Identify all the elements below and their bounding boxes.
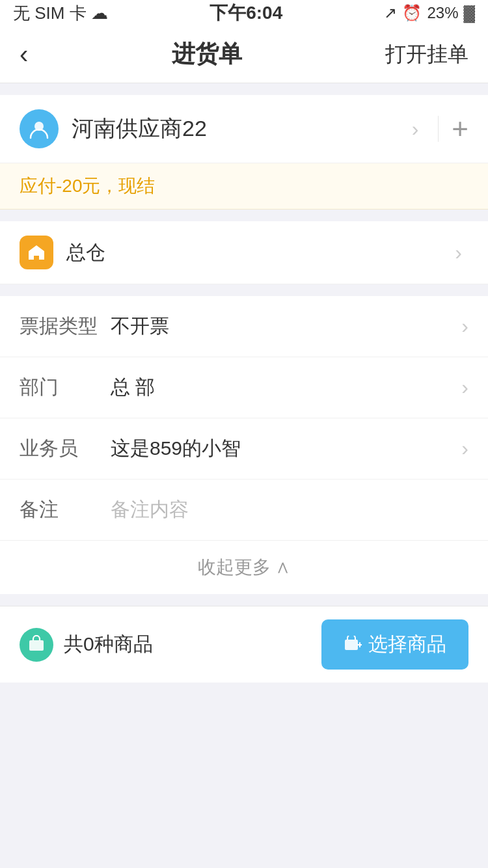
add-supplier-button[interactable]: + <box>452 115 468 143</box>
department-chevron-icon: › <box>461 375 468 400</box>
form-card: 票据类型 不开票 › 部门 总 部 › 业务员 这是859的小智 › 备注 备注… <box>0 296 488 594</box>
status-left: 无 SIM 卡 ☁ <box>13 2 108 25</box>
ticket-type-chevron-icon: › <box>461 314 468 338</box>
warehouse-icon-bg <box>20 236 53 269</box>
product-count-label: 共0种商品 <box>64 631 153 658</box>
salesperson-value: 这是859的小智 <box>111 435 461 462</box>
supplier-avatar <box>20 109 59 148</box>
select-goods-button[interactable]: 选择商品 <box>321 619 468 670</box>
collapse-label: 收起更多 ∧ <box>198 555 291 580</box>
status-right: ↗ ⏰ 23% ▓ <box>384 4 475 22</box>
remark-placeholder[interactable]: 备注内容 <box>111 496 468 523</box>
page-title: 进货单 <box>172 38 242 70</box>
svg-rect-1 <box>29 640 44 651</box>
no-sim-label: 无 SIM 卡 ☁ <box>13 2 108 25</box>
main-content: 河南供应商22 › + 应付-20元，现结 总仓 › 票据类型 不开票 › <box>0 83 488 868</box>
section-gap-2 <box>0 210 488 221</box>
battery-icon: ▓ <box>464 4 476 22</box>
product-icon-bg <box>20 628 53 662</box>
bottom-bar: 共0种商品 选择商品 <box>0 606 488 683</box>
warehouse-chevron-icon: › <box>455 241 462 265</box>
salesperson-row[interactable]: 业务员 这是859的小智 › <box>0 418 488 480</box>
ticket-type-label: 票据类型 <box>20 313 111 340</box>
notice-row: 应付-20元，现结 <box>0 163 488 210</box>
nav-bar: ‹ 进货单 打开挂单 <box>0 26 488 83</box>
supplier-divider <box>438 116 439 142</box>
back-button[interactable]: ‹ <box>20 40 28 69</box>
product-count-left: 共0种商品 <box>20 628 153 662</box>
ticket-type-row[interactable]: 票据类型 不开票 › <box>0 296 488 357</box>
supplier-chevron-icon: › <box>412 117 419 141</box>
collapse-row[interactable]: 收起更多 ∧ <box>0 541 488 594</box>
open-pending-button[interactable]: 打开挂单 <box>385 40 468 69</box>
remark-row[interactable]: 备注 备注内容 <box>0 480 488 541</box>
location-icon: ↗ <box>384 4 397 22</box>
alarm-icon: ⏰ <box>402 4 422 22</box>
salesperson-label: 业务员 <box>20 435 111 462</box>
section-gap-3 <box>0 284 488 296</box>
department-label: 部门 <box>20 374 111 401</box>
select-goods-label: 选择商品 <box>368 631 446 658</box>
status-time: 下午6:04 <box>210 1 282 25</box>
page-background <box>0 683 488 868</box>
section-gap-1 <box>0 83 488 95</box>
notice-text: 应付-20元，现结 <box>20 176 155 196</box>
status-bar: 无 SIM 卡 ☁ 下午6:04 ↗ ⏰ 23% ▓ <box>0 0 488 26</box>
supplier-name: 河南供应商22 <box>72 114 412 144</box>
salesperson-chevron-icon: › <box>461 437 468 461</box>
select-goods-icon <box>344 636 362 654</box>
remark-label: 备注 <box>20 496 111 523</box>
supplier-row[interactable]: 河南供应商22 › + <box>0 95 488 163</box>
warehouse-value: 总仓 <box>66 239 455 266</box>
section-gap-4 <box>0 594 488 606</box>
ticket-type-value: 不开票 <box>111 313 461 340</box>
warehouse-card: 总仓 › <box>0 221 488 284</box>
warehouse-row[interactable]: 总仓 › <box>0 221 488 284</box>
department-value: 总 部 <box>111 374 461 401</box>
battery-label: 23% <box>427 4 458 22</box>
department-row[interactable]: 部门 总 部 › <box>0 357 488 418</box>
supplier-card: 河南供应商22 › + 应付-20元，现结 <box>0 95 488 210</box>
svg-rect-2 <box>345 640 358 650</box>
